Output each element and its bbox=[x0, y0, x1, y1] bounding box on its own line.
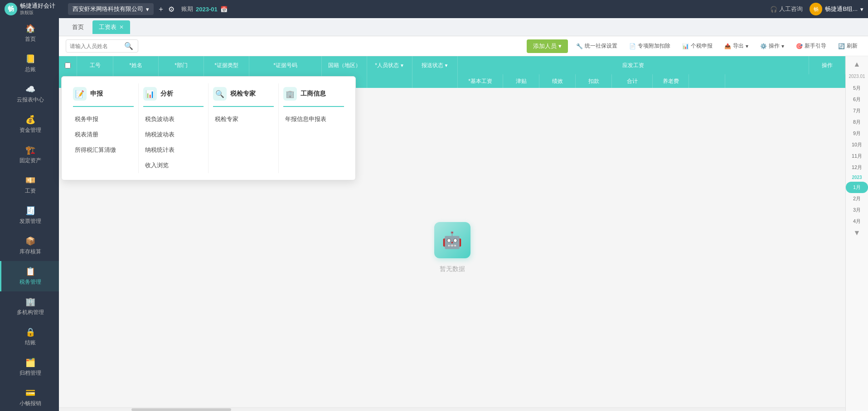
service-label: 人工咨询 bbox=[779, 5, 803, 13]
popup-col-business-info-header: 🏢 工商信息 bbox=[283, 83, 344, 107]
sidebar-item-tax[interactable]: 📋 税务管理 bbox=[0, 261, 59, 291]
sidebar-item-ledger[interactable]: 📒 总账 bbox=[0, 48, 59, 79]
menu-tax-expert[interactable]: 税检专家 bbox=[213, 111, 274, 127]
add-person-button[interactable]: 添加人员 ▾ bbox=[527, 39, 568, 53]
company-selector[interactable]: 西安虾米网络科技有限公司 ▾ bbox=[68, 3, 154, 15]
menu-tax-payment-fluctuation[interactable]: 纳税波动表 bbox=[143, 127, 204, 142]
logo-text-group: 畅捷通好会计 旗舰版 bbox=[20, 2, 55, 16]
th-sendstatus-filter-icon[interactable]: ▼ bbox=[444, 63, 449, 68]
th-idtype: *证据类型 bbox=[204, 56, 249, 74]
menu-tax-clear[interactable]: 税表清册 bbox=[73, 127, 134, 142]
th-base-salary: *基本工资 bbox=[458, 74, 503, 88]
calendar-icon[interactable]: 📅 bbox=[220, 6, 228, 13]
sidebar-label-tax: 税务管理 bbox=[19, 278, 41, 286]
user-avatar-area[interactable]: 畅 畅捷通B组... ▾ bbox=[810, 3, 863, 15]
add-company-icon[interactable]: ＋ bbox=[157, 5, 165, 14]
service-btn[interactable]: 🎧 人工咨询 bbox=[770, 5, 803, 13]
menu-annual-report[interactable]: 年报信息申报表 bbox=[283, 111, 344, 127]
timeline-month-9[interactable]: 9月 bbox=[846, 128, 868, 139]
bottom-scrollbar[interactable] bbox=[59, 407, 845, 411]
tax-icon: 📋 bbox=[25, 266, 35, 276]
timeline-month-2[interactable]: 2月 bbox=[846, 193, 868, 204]
newbie-guide-btn[interactable]: 🎯 新手引导 bbox=[792, 40, 830, 52]
th-status-filter-icon[interactable]: ▼ bbox=[400, 63, 404, 68]
th-sendstatus: 报送状态 ▼ bbox=[412, 56, 458, 74]
sidebar-label-multiorg: 多机构管理 bbox=[17, 309, 44, 316]
settings-icon[interactable]: ⚙ bbox=[168, 5, 175, 14]
search-box[interactable]: 🔍 bbox=[66, 39, 138, 53]
sidebar-item-xiaochang[interactable]: 💳 小畅报销 bbox=[0, 382, 59, 411]
export-btn[interactable]: 📤 导出 ▾ bbox=[721, 40, 752, 52]
timeline-month-6[interactable]: 6月 bbox=[846, 94, 868, 105]
sidebar-item-home[interactable]: 🏠 首页 bbox=[0, 18, 59, 48]
tab-home[interactable]: 首页 bbox=[66, 20, 90, 34]
th-sendstatus-label: 报送状态 bbox=[422, 62, 443, 69]
sidebar-item-invoice[interactable]: 🧾 发票管理 bbox=[0, 200, 59, 231]
search-input[interactable] bbox=[70, 43, 124, 49]
sidebar-item-asset[interactable]: 🏗️ 固定资产 bbox=[0, 140, 59, 170]
popup-col-declaration: 📝 申报 税务申报 税表清册 所得税汇算清缴 bbox=[68, 83, 139, 173]
timeline-month-12[interactable]: 12月 bbox=[846, 162, 868, 173]
menu-tax-stats[interactable]: 纳税统计表 bbox=[143, 142, 204, 158]
popup-col-analysis-header: 📊 分析 bbox=[143, 83, 204, 107]
period-label: 账期 bbox=[181, 5, 193, 13]
logo-area: 畅 畅捷通好会计 旗舰版 bbox=[5, 2, 63, 16]
th-checkbox[interactable] bbox=[59, 56, 77, 74]
social-security-btn[interactable]: 🔧 统一社保设置 bbox=[572, 40, 621, 52]
sidebar-label-fund: 资金管理 bbox=[19, 126, 41, 134]
empty-icon: 🤖 bbox=[434, 222, 470, 258]
user-name: 畅捷通B组... bbox=[825, 5, 858, 13]
logo-icon: 畅 bbox=[5, 3, 17, 15]
sidebar-label-salary: 工资 bbox=[25, 187, 36, 195]
scroll-thumb[interactable] bbox=[131, 408, 231, 411]
sidebar-item-archive[interactable]: 🗂️ 归档管理 bbox=[0, 352, 59, 382]
th-id: 工号 bbox=[77, 56, 113, 74]
timeline-nav-up[interactable]: ▲ bbox=[852, 58, 863, 70]
invoice-icon: 🧾 bbox=[25, 206, 35, 216]
timeline-month-1[interactable]: 1月 bbox=[846, 182, 868, 193]
refresh-btn[interactable]: 🔄 刷新 bbox=[834, 40, 861, 52]
timeline-year-label: 2023.01 bbox=[849, 72, 865, 81]
sidebar-label-inventory: 库存核算 bbox=[19, 248, 41, 256]
operate-btn[interactable]: ⚙️ 操作 ▾ bbox=[756, 40, 788, 52]
special-deduct-btn[interactable]: 📄 专项附加扣除 bbox=[626, 40, 674, 52]
timeline-month-4[interactable]: 4月 bbox=[846, 216, 868, 227]
asset-icon: 🏗️ bbox=[25, 145, 35, 155]
expert-col-icon: 🔍 bbox=[213, 87, 227, 101]
sidebar-item-cloud[interactable]: ☁️ 云报表中心 bbox=[0, 79, 59, 109]
tax-report-btn[interactable]: 📊 个税申报 bbox=[679, 40, 716, 52]
popup-grid: 📝 申报 税务申报 税表清册 所得税汇算清缴 📊 分析 税负波动表 纳税波动表 … bbox=[68, 83, 349, 173]
sidebar-item-closing[interactable]: 🔒 结账 bbox=[0, 322, 59, 352]
timeline-year-2023: 2023 bbox=[852, 175, 862, 180]
add-btn-label: 添加人员 bbox=[533, 42, 557, 50]
menu-income-browse[interactable]: 收入浏览 bbox=[143, 158, 204, 173]
th-ops: 操作 bbox=[809, 56, 845, 74]
select-all-checkbox[interactable] bbox=[65, 63, 71, 68]
logo-title: 畅捷通好会计 bbox=[20, 2, 55, 10]
timeline-month-8[interactable]: 8月 bbox=[846, 116, 868, 128]
timeline-month-11[interactable]: 11月 bbox=[846, 150, 868, 162]
company-name: 西安虾米网络科技有限公司 bbox=[73, 5, 143, 13]
sidebar-item-multiorg[interactable]: 🏢 多机构管理 bbox=[0, 291, 59, 322]
menu-tax-fluctuation[interactable]: 税负波动表 bbox=[143, 111, 204, 127]
newbie-icon: 🎯 bbox=[796, 43, 803, 49]
menu-tax-declaration[interactable]: 税务申报 bbox=[73, 111, 134, 127]
sidebar-item-salary[interactable]: 💴 工资 bbox=[0, 170, 59, 200]
sidebar-item-inventory[interactable]: 📦 库存核算 bbox=[0, 231, 59, 261]
timeline-nav-down[interactable]: ▼ bbox=[852, 227, 863, 239]
tab-salary-label: 工资表 bbox=[99, 23, 116, 31]
th-total: 合计 bbox=[612, 74, 653, 88]
th-sub-ops bbox=[689, 74, 725, 88]
menu-income-calc[interactable]: 所得税汇算清缴 bbox=[73, 142, 134, 158]
tab-salary-table[interactable]: 工资表 ✕ bbox=[92, 20, 130, 34]
timeline-month-3[interactable]: 3月 bbox=[846, 204, 868, 216]
timeline-month-7[interactable]: 7月 bbox=[846, 105, 868, 116]
search-icon: 🔍 bbox=[124, 42, 133, 50]
timeline-month-10[interactable]: 10月 bbox=[846, 139, 868, 150]
sidebar-item-fund[interactable]: 💰 资金管理 bbox=[0, 109, 59, 140]
tax-report-icon: 📊 bbox=[682, 43, 689, 49]
timeline-month-5[interactable]: 5月 bbox=[846, 82, 868, 94]
top-right: 🎧 人工咨询 畅 畅捷通B组... ▾ bbox=[770, 3, 863, 15]
tab-close-icon[interactable]: ✕ bbox=[119, 24, 124, 30]
ledger-icon: 📒 bbox=[25, 54, 35, 64]
